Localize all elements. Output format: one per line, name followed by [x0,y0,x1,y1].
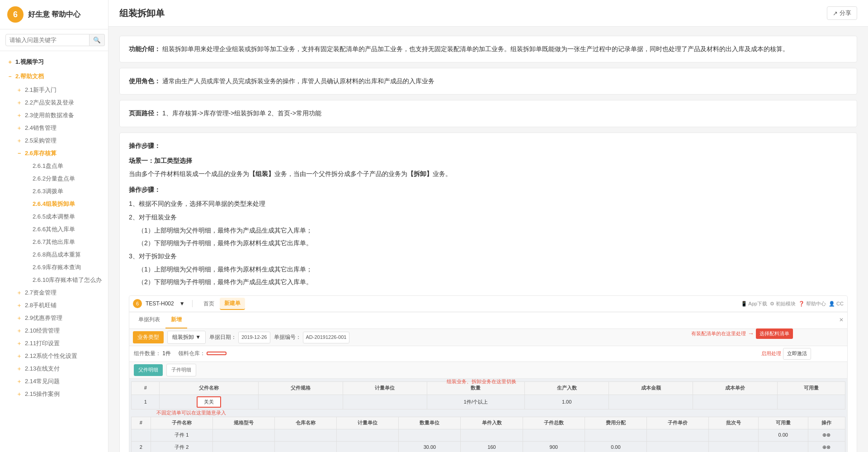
sidebar-item-2-2[interactable]: ＋ 2.2产品安装及登录 [13,96,108,109]
expand-icon: ＋ [16,352,22,360]
ss-warehouse-input [207,352,226,355]
ss-annotation1-text: 有装配清单的在这里处理 [691,329,746,338]
ss-col-cost-amt: 成本金额 [609,381,693,395]
sidebar-item-2-6-1[interactable]: 2.6.1盘点单 [29,160,108,172]
sidebar-section-2-6[interactable]: － 2.6库存核算 [13,147,108,160]
sidebar-item-2-11[interactable]: ＋ 2.11打印设置 [13,337,108,350]
sidebar-item-2-3[interactable]: ＋ 2.3使用前数据准备 [13,109,108,122]
role-block: 使用角色： 通常由生产人员或库管人员完成拆装业务的操作，库管人员确认原材料的出库… [119,68,857,95]
ss-date-field: 单据日期： 2019-12-26 [209,332,270,343]
intro-block: 功能介绍： 组装拆卸单用来处理企业组装或拆卸等加工业务，支持有固定装配清单的产品… [119,36,857,62]
expand-icon: ＋ [16,289,22,297]
sidebar-header: 6 好生意 帮助中心 [0,0,108,29]
sidebar-sub-2-6: 2.6.1盘点单 2.6.2分量盘点单 2.6.3调拨单 2.6.4组装拆卸单 … [13,160,108,286]
ss-num-field: 单据编号： AD-20191226-001 [274,332,350,343]
step-2: 2、对于组装业务 [129,212,848,223]
expand-icon: ＋ [16,377,22,385]
scene1-desc: 当由多个子件材料组装成一个成品的业务为【组装】业务，当由一个父件拆分成多个子产品… [129,168,848,180]
ss-arrow1: → [748,328,754,339]
ss-lower-table: # 子件名称 规格型号 仓库名称 计量单位 数量单位 单件入数 子件总数 费用分… [131,417,845,452]
search-button[interactable]: 🔍 [90,34,105,46]
ss-switch-annotation: 组装业务、拆卸业务在这里切换 [447,377,516,386]
sidebar-item-2-14[interactable]: ＋ 2.14常见问题 [13,375,108,388]
steps-block: 操作步骤： 场景一：加工类型选择 当由多个子件材料组装成一个成品的业务为【组装】… [119,133,857,452]
search-input[interactable] [5,34,90,46]
role-label: 使用角色： [129,77,160,85]
share-button[interactable]: ↗ 分享 [827,6,857,20]
sidebar-item-2-6-4[interactable]: 2.6.4组装拆卸单 [29,198,108,210]
ss-icon-init: ⚙ 初始模块 [770,300,796,309]
ss-logo: 6 [133,299,142,308]
expand-icon: ＋ [16,137,22,145]
expand-icon: ＋ [16,327,22,335]
ss-dropdown-icon: ▼ [179,299,185,309]
sidebar-item-2-12[interactable]: ＋ 2.12系统个性化设置 [13,350,108,362]
expand-icon: ＋ [16,86,22,94]
step-2-1: （1）上部明细为父件明细，最终作为产成品生成其它入库单； [129,225,848,236]
expand-icon: ＋ [16,99,22,107]
sidebar-item-2-6-8[interactable]: 2.6.8商品成本重算 [29,248,108,261]
ss-col-num: # [132,381,160,395]
ss-btn-save[interactable]: 业务类型 [133,331,164,344]
sidebar-item-2-6-9[interactable]: 2.6.9库存账本查询 [29,261,108,274]
step-3-1: （1）上部明细为父件明细，最终作为原材料生成其它出库单； [129,264,848,275]
ss-lower-table-container: 不固定清单可以在这里随意录入 # 子件名称 规格型号 仓库名称 计量单位 [129,417,847,452]
main-header: 组装拆卸单 ↗ 分享 [108,0,868,27]
ss-icon-app: 📱 App下载 [741,300,767,309]
expand-icon: ＋ [16,314,22,322]
content-area: 功能介绍： 组装拆卸单用来处理企业组装或拆卸等加工业务，支持有固定装配清单的产品… [108,27,868,452]
ss-form-fields: 组件数量： 1件 领料仓库： 启用处理 立即激活 [129,346,847,362]
ss-tab-child: 子件明细 [166,364,196,376]
sidebar-item-2-6-5[interactable]: 2.6.5成本调整单 [29,210,108,223]
expand-icon: ＋ [16,390,22,398]
collapse-icon-2: － [7,73,13,81]
sidebar-item-2-6-3[interactable]: 2.6.3调拨单 [29,185,108,198]
sidebar-item-2-8[interactable]: ＋ 2.8手机旺铺 [13,299,108,312]
step-3-2: （2）下部明细为子件明细，最终作为产成品生成其它入库单。 [129,276,848,288]
ss-annotation3-area: 不固定清单可以在这里随意录入 [156,409,226,418]
ss-btn-type[interactable]: 组装拆卸 ▼ [167,331,206,344]
share-icon: ↗ [833,10,838,17]
sidebar-item-2-7[interactable]: ＋ 2.7资金管理 [13,286,108,299]
sidebar-item-2-4[interactable]: ＋ 2.4销售管理 [13,122,108,134]
expand-icon: ＋ [16,301,22,309]
ss-nav-home: 首页 [200,298,218,310]
sidebar-item-2-9[interactable]: ＋ 2.9优惠券管理 [13,312,108,324]
sidebar-item-2-1[interactable]: ＋ 2.1新手入门 [13,84,108,96]
ss-col-avail: 可用量 [777,381,845,395]
sidebar-item-2-6-10[interactable]: 2.6.10库存账本错了怎么办 [29,274,108,286]
ss-topbar: 6 TEST-H002 ▼ 首页 新建单 📱 App下载 ⚙ 初始模块 ❓ 帮助… [129,296,847,313]
sidebar-item-2-13[interactable]: ＋ 2.13在线支付 [13,362,108,375]
ss-toolbar: 业务类型 组装拆卸 ▼ 单据日期： 2019-12-26 单据编号： AD-20… [129,329,847,347]
ss-col-parent-name: 父件名称 [160,381,259,395]
expand-icon: ＋ [16,124,22,132]
sidebar-item-2-5[interactable]: ＋ 2.5采购管理 [13,134,108,147]
path-text: 1、库存核算->库存管理->组装拆卸单 2、首页->常用功能 [162,109,321,117]
sidebar-item-2-15[interactable]: ＋ 2.15操作案例 [13,388,108,400]
page-title: 组装拆卸单 [119,7,165,19]
step-3: 3、对于拆卸业务 [129,251,848,262]
collapse-icon-2-6: － [16,149,22,157]
ss-tab-bar: 单据列表 新增 ✕ [129,312,847,329]
scene1-title: 场景一：加工类型选择 [129,155,848,167]
app-logo: 6 [7,6,24,23]
role-text: 通常由生产人员或库管人员完成拆装业务的操作，库管人员确认原材料的出库和产成品的入… [162,77,434,85]
sidebar-item-2-6-2[interactable]: 2.6.2分量盘点单 [29,172,108,185]
screenshot: 6 TEST-H002 ▼ 首页 新建单 📱 App下载 ⚙ 初始模块 ❓ 帮助… [129,296,847,452]
ss-col-unit: 计量单位 [343,381,427,395]
ss-top-icons: 📱 App下载 ⚙ 初始模块 ❓ 帮助中心 👤 CC [741,300,844,309]
expand-icon: ＋ [16,339,22,347]
intro-label: 功能介绍： [129,45,160,52]
app-title: 好生意 帮助中心 [28,10,80,19]
intro-text: 组装拆卸单用来处理企业组装或拆卸等加工业务，支持有固定装配清单的产品加工业务，也… [162,45,789,52]
sidebar-item-2-6-6[interactable]: 2.6.6其他入库单 [29,223,108,236]
sidebar-section-2[interactable]: － 2.帮助文档 [0,69,108,84]
ss-annotation1-btn: 选择配料清单 [756,328,793,339]
step-2-2: （2）下部明细为子件明细，最终作为原材料生成其它出库单。 [129,238,848,249]
sidebar-item-2-10[interactable]: ＋ 2.10经营管理 [13,324,108,337]
sidebar-section-1[interactable]: ＋ 1.视频学习 [0,55,108,69]
sidebar: 6 好生意 帮助中心 🔍 ＋ 1.视频学习 － 2.帮助文档 ＋ 2.1新手入门… [0,0,108,452]
sidebar-item-2-6-7[interactable]: 2.6.7其他出库单 [29,236,108,248]
ss-nav-new: 新建单 [220,298,245,310]
ops-title: 操作步骤： [129,140,848,152]
